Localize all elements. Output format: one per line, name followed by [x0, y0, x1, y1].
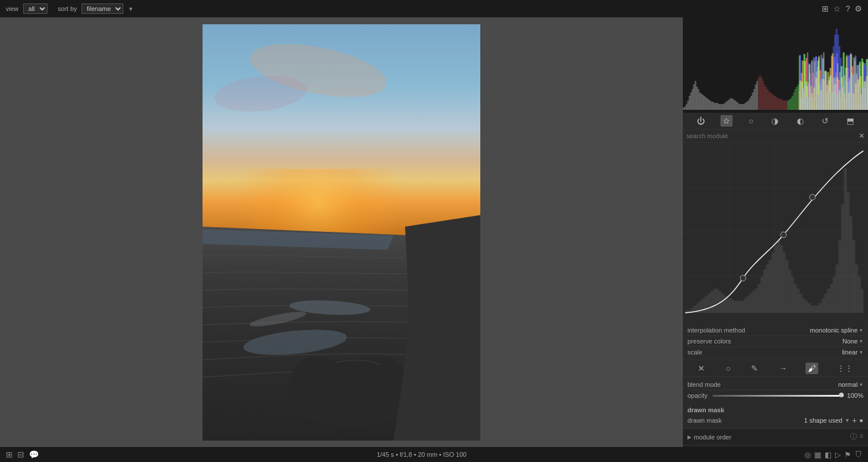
chat-bottom-icon[interactable]: 💬: [29, 450, 39, 459]
shapes-icon[interactable]: ◧: [825, 450, 832, 459]
color-icon[interactable]: ◐: [795, 115, 806, 127]
module-order-label: module order: [694, 434, 850, 441]
bottom-right-icons: ◎ ▦ ◧ ▷ ⚑ ⛉: [804, 450, 862, 459]
opacity-value: 100%: [847, 392, 863, 399]
drawn-mask-add-icon[interactable]: +: [852, 416, 857, 425]
scale-value[interactable]: linear ▼: [842, 349, 863, 356]
blend-settings: blend mode normal ▼ opacity 100%: [683, 377, 868, 403]
bottom-left-icons: ⊞ ⊟ 💬: [6, 450, 39, 459]
top-bar: view all sort by filename ▼ ⊞ ☆ ? ⚙: [0, 0, 868, 17]
module-order-icons: ⓘ ≡: [850, 432, 863, 442]
drawn-mask-circle-icon[interactable]: ●: [859, 416, 863, 424]
scale-row: scale linear ▼: [687, 347, 863, 357]
search-module-input[interactable]: [686, 132, 859, 139]
blend-arrow-icon[interactable]: →: [777, 363, 789, 374]
sort-label: sort by: [58, 5, 77, 12]
opacity-track[interactable]: [712, 395, 844, 397]
blend-circle-icon[interactable]: ○: [723, 363, 733, 374]
grid-bottom-icon[interactable]: ⊞: [6, 450, 13, 459]
interpolation-label: interpolation method: [687, 327, 745, 334]
photo-canvas: [203, 24, 480, 441]
help-icon[interactable]: ?: [845, 4, 850, 13]
grid2-bottom-icon[interactable]: ⊟: [17, 450, 24, 459]
bottom-bar: ⊞ ⊟ 💬 1/45 s • f/1,8 • 20 mm • ISO 100 ◎…: [0, 447, 868, 462]
main-area: › ⏻ ☆ ○ ◑ ◐ ↺ ⬒ ✕ interpolation: [0, 17, 868, 447]
blend-mode-row: blend mode normal ▼: [687, 379, 863, 390]
blend-icons-bar: ✕ ○ ✎ → 🖌 ⋮⋮: [683, 360, 868, 377]
drawn-mask-header: drawn mask: [687, 406, 863, 413]
blend-pen-icon[interactable]: ✎: [749, 363, 760, 374]
star-icon[interactable]: ☆: [833, 4, 841, 13]
module-order-row[interactable]: ▶ module order ⓘ ≡: [683, 428, 868, 445]
settings-icon[interactable]: ⚙: [855, 4, 862, 13]
color-squares-icon[interactable]: ▦: [814, 450, 821, 459]
reset-icon[interactable]: ↺: [819, 115, 831, 127]
opacity-label: opacity: [687, 392, 708, 399]
panel-toggle-right[interactable]: ›: [680, 227, 683, 238]
module-order-arrow: ▶: [687, 434, 692, 440]
circle-tool-icon[interactable]: ○: [746, 115, 755, 127]
blend-dots-icon[interactable]: ⋮⋮: [834, 363, 855, 374]
blend-mode-value[interactable]: normal ▼: [838, 381, 863, 388]
view-select[interactable]: all: [23, 3, 47, 14]
opacity-row: opacity 100%: [687, 390, 863, 401]
blend-x-icon[interactable]: ✕: [696, 363, 707, 374]
drawn-mask-label: drawn mask: [687, 417, 722, 424]
blend-mode-label: blend mode: [687, 381, 721, 388]
interpolation-value[interactable]: monotonic spline ▼: [810, 327, 863, 334]
sort-direction-icon[interactable]: ▼: [128, 6, 134, 12]
preserve-colors-label: preserve colors: [687, 338, 731, 345]
flag-icon[interactable]: ⚑: [844, 450, 851, 459]
grid-icon[interactable]: ⊞: [822, 4, 829, 13]
drawn-mask-row: drawn mask 1 shape used ▼ + ●: [687, 416, 863, 425]
search-module-bar: ✕: [683, 130, 868, 143]
tone-curve-canvas[interactable]: [685, 145, 863, 319]
exif-info: 1/45 s • f/1,8 • 20 mm • ISO 100: [39, 451, 804, 458]
search-close-icon[interactable]: ✕: [859, 132, 865, 140]
sort-select[interactable]: filename: [82, 3, 123, 14]
preserve-colors-value[interactable]: None ▼: [843, 338, 863, 345]
location-icon[interactable]: ◎: [804, 450, 811, 459]
drawn-mask-value: 1 shape used ▼ + ●: [804, 416, 863, 425]
tone-curve-container: [683, 143, 868, 323]
settings-section: interpolation method monotonic spline ▼ …: [683, 323, 868, 360]
drawn-mask-dropdown-arrow[interactable]: ▼: [845, 417, 850, 423]
view-label: view: [6, 5, 19, 12]
opacity-slider-container: [712, 395, 844, 397]
module-order-settings-icon[interactable]: ≡: [859, 432, 863, 442]
watermark-icon[interactable]: ⛉: [855, 450, 862, 459]
preserve-colors-row: preserve colors None ▼: [687, 336, 863, 347]
module-order-info-icon[interactable]: ⓘ: [850, 432, 857, 442]
blend-paint-icon[interactable]: 🖌: [806, 363, 818, 374]
photo-area: ›: [0, 17, 683, 447]
module-toolbar: ⏻ ☆ ○ ◑ ◐ ↺ ⬒: [683, 113, 868, 130]
drawn-mask-count: 1 shape used: [804, 417, 843, 424]
top-icons: ⊞ ☆ ? ⚙: [822, 4, 862, 13]
interpolation-row: interpolation method monotonic spline ▼: [687, 325, 863, 336]
drawn-mask-section: drawn mask drawn mask 1 shape used ▼ + ●: [683, 403, 868, 428]
export-icon[interactable]: ⬒: [844, 115, 856, 127]
power-icon[interactable]: ⏻: [694, 115, 707, 127]
half-circle-icon[interactable]: ◑: [769, 115, 781, 127]
scale-label: scale: [687, 349, 703, 356]
histogram: [683, 17, 868, 113]
opacity-thumb[interactable]: [839, 393, 844, 397]
favorites-icon[interactable]: ☆: [720, 115, 733, 127]
play-icon[interactable]: ▷: [835, 450, 841, 459]
right-panel: ⏻ ☆ ○ ◑ ◐ ↺ ⬒ ✕ interpolation method mon…: [683, 17, 868, 447]
